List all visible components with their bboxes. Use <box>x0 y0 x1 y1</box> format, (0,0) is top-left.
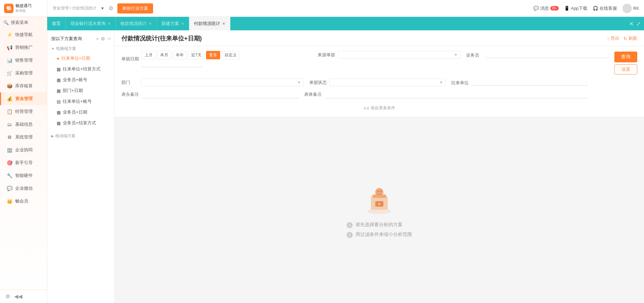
user-avatar[interactable]: Rit <box>622 4 639 13</box>
tab-new-plan-close[interactable]: ✕ <box>181 22 184 26</box>
sidebar-item-hardware[interactable]: 🔧 智能硬件 <box>0 169 47 182</box>
collapse-chevron-icon: ∧∧ <box>363 106 370 111</box>
service-btn[interactable]: 🎧 在线客服 <box>593 5 617 11</box>
refresh-icon: ↻ <box>623 36 627 41</box>
sidebar-item-operation[interactable]: 📋 经营管理 <box>0 105 47 118</box>
sidebar-item-marketing[interactable]: 📢 营销推广 <box>0 41 47 54</box>
status-select[interactable]: ▼ <box>329 79 446 86</box>
date-btn-more[interactable]: 更多 <box>206 51 220 59</box>
topbar-right: 💬 消息 99+ 📱 App下载 🎧 在线客服 Rit <box>533 4 639 13</box>
footer-settings-icon[interactable]: ⚙ <box>5 293 10 300</box>
source-select[interactable]: ▼ <box>338 51 461 59</box>
maximize-icon[interactable]: ⤢ <box>636 21 641 27</box>
tab-receipt-close[interactable]: ✕ <box>149 22 152 26</box>
date-btn-this-month[interactable]: 本月 <box>157 51 171 59</box>
page-actions: ↑ 导出 ↻ 刷新 <box>607 35 638 41</box>
header-note-input[interactable] <box>142 90 299 98</box>
sidebar-item-guide[interactable]: 🎯 新手引导 <box>0 156 47 169</box>
desktop-section-title[interactable]: ▼ 电脑端方案 <box>47 44 114 53</box>
date-btn-this-year[interactable]: 本年 <box>173 51 187 59</box>
scheme-salesperson-date[interactable]: ▦ 业务员+日期 <box>47 107 114 118</box>
panel-header: 按以下方案查询 + ⚙ ◁ <box>47 34 114 44</box>
sidebar-search[interactable]: 🔍 搜索菜单 <box>0 17 47 28</box>
sidebar-item-finance[interactable]: 💰 资金管理 <box>0 92 47 105</box>
scheme-partner-settle[interactable]: ▦ 往来单位+结算方式 <box>47 64 114 74</box>
scheme-partner-date[interactable]: ● 往来单位+日期 <box>47 53 114 64</box>
date-control: 上月 本月 本年 近7天 更多 自定义 2022-01-01 至 2022-12… <box>142 51 312 67</box>
sidebar-item-corp[interactable]: 🏢 企业协同 <box>0 144 47 156</box>
filter-source: 来源单据 ▼ <box>318 51 461 59</box>
topbar: 资金管理 / 付款情况统计 ▼ ⚙ 体验行业方案 💬 消息 99+ 📱 App下… <box>47 0 644 17</box>
partner-label: 往来单位 <box>451 80 469 86</box>
service-icon: 🎧 <box>593 6 598 11</box>
dept-arrow-icon: ▼ <box>297 81 301 84</box>
sidebar-item-quick-nav[interactable]: ⚡ 快捷导航 <box>0 28 47 41</box>
tab-payment-close[interactable]: ✕ <box>222 22 225 26</box>
dept-select[interactable]: ▼ <box>141 79 304 86</box>
filter-body-note: 表体备注 <box>304 90 588 98</box>
date-btn-custom[interactable]: 自定义 <box>222 51 240 59</box>
tab-payment[interactable]: 付款情况统计 ✕ <box>189 17 230 30</box>
svg-point-3 <box>375 188 383 196</box>
scheme-salesperson-settle[interactable]: ▦ 业务员+结算方式 <box>47 118 114 128</box>
body-note-input[interactable] <box>324 90 588 98</box>
mobile-section-title[interactable]: ▶ 移动端方案 <box>47 131 114 140</box>
panel-setting-icon[interactable]: ⚙ <box>101 36 105 41</box>
filter-salesperson: 业务员 ··· <box>466 51 609 58</box>
tab-home[interactable]: 首页 <box>47 17 66 30</box>
app-download-btn[interactable]: 📱 App下载 <box>564 5 587 11</box>
sidebar-item-member[interactable]: 👑 畅会员 <box>0 195 47 208</box>
filter-dept: 部门 ▼ <box>121 79 304 86</box>
purchase-icon: 🛒 <box>6 70 12 76</box>
scheme-partner-account[interactable]: ▤ 往来单位+账号 <box>47 96 114 107</box>
scheme-dept-date[interactable]: ▦ 部门+日期 <box>47 85 114 96</box>
sidebar-item-basic[interactable]: 🗂 基础信息 <box>0 118 47 131</box>
sidebar-item-wechat[interactable]: 💬 企业微信 <box>0 182 47 195</box>
refresh-button[interactable]: ↻ 刷新 <box>623 35 637 41</box>
export-button[interactable]: ↑ 导出 <box>607 35 620 41</box>
scheme-icon-4: ▤ <box>57 99 61 104</box>
collapse-bar[interactable]: ∧∧ 收起更多条件 <box>121 102 637 114</box>
guide-icon: 🎯 <box>6 160 12 166</box>
setting-button[interactable]: 设置 <box>614 64 637 74</box>
partner-more-icon[interactable]: ··· <box>585 80 588 84</box>
footer-collapse-icon[interactable]: ◀◀ <box>14 293 22 300</box>
trial-button[interactable]: 体验行业方案 <box>117 3 153 13</box>
sidebar-item-inventory[interactable]: 📦 库存核算 <box>0 80 47 92</box>
operation-icon: 📋 <box>6 109 12 115</box>
date-range-input[interactable]: 2022-01-01 至 2022-12-31 <box>142 61 202 67</box>
avatar-image <box>622 4 632 13</box>
scheme-icon-6: ▦ <box>57 121 61 126</box>
panel-add-icon[interactable]: + <box>96 36 99 41</box>
message-btn[interactable]: 💬 消息 99+ <box>533 5 559 11</box>
sidebar-item-sales[interactable]: 📊 销售管理 <box>0 54 47 67</box>
tab-new-plan[interactable]: 新建方案 ✕ <box>157 17 189 30</box>
panel-collapse-icon[interactable]: ◁ <box>107 36 110 41</box>
tab-bank[interactable]: 现金银行流水查询 ✕ <box>66 17 116 30</box>
query-button[interactable]: 查询 <box>614 52 637 62</box>
topbar-gear-icon[interactable]: ⚙ <box>109 5 113 11</box>
tabbar-actions: ✕ ⤢ <box>626 17 644 30</box>
breadcrumb-dropdown[interactable]: ▼ <box>100 6 105 11</box>
corp-icon: 🏢 <box>6 147 12 153</box>
filter-partner: 往来单位 ··· <box>451 79 588 86</box>
scheme-salesperson-account[interactable]: ▦ 业务员+账号 <box>47 74 114 85</box>
sidebar-menu: ⚡ 快捷导航 📢 营销推广 📊 销售管理 🛒 采购管理 📦 库存核算 💰 资金管… <box>0 28 47 290</box>
close-all-icon[interactable]: ✕ <box>629 21 634 27</box>
desktop-chevron-icon: ▼ <box>51 47 55 51</box>
salesperson-label: 业务员 <box>466 52 483 58</box>
date-buttons: 上月 本月 本年 近7天 更多 自定义 <box>142 51 240 59</box>
panel-header-icons: + ⚙ ◁ <box>96 36 110 41</box>
date-btn-last-month[interactable]: 上月 <box>142 51 156 59</box>
sidebar-item-purchase[interactable]: 🛒 采购管理 <box>0 67 47 80</box>
scheme-active-icon: ● <box>57 56 59 61</box>
header-note-label: 表头备注 <box>121 91 139 97</box>
salesperson-more-icon[interactable]: ··· <box>606 52 609 56</box>
system-icon: ⚙ <box>6 134 12 140</box>
filter-row-3: 表头备注 表体备注 <box>121 90 637 98</box>
tab-bank-close[interactable]: ✕ <box>108 22 111 26</box>
sidebar-item-system[interactable]: ⚙ 系统管理 <box>0 131 47 144</box>
tab-receipt[interactable]: 收款情况统计 ✕ <box>116 17 157 30</box>
date-btn-7days[interactable]: 近7天 <box>188 51 205 59</box>
breadcrumb: 资金管理 / 付款情况统计 <box>53 5 96 11</box>
